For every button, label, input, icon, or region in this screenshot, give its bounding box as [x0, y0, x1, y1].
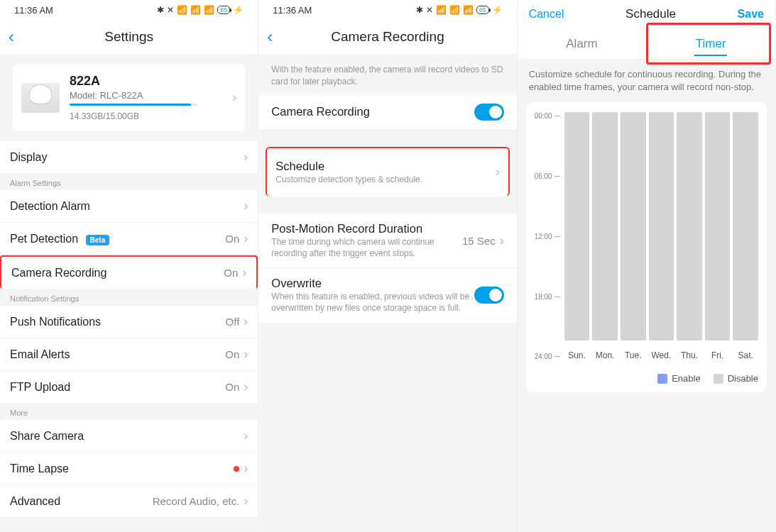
camera-recording-toggle-row[interactable]: Camera Recording — [258, 95, 516, 130]
section-label-alarm: Alarm Settings — [0, 173, 258, 190]
tab-alarm[interactable]: Alarm — [518, 28, 647, 59]
legend: Enable Disable — [535, 373, 758, 384]
chevron-right-icon: › — [242, 265, 246, 280]
status-bar: 11:36 AM ✱✕📶📶📶 85⚡ — [258, 0, 516, 20]
schedule-desc: Customize schedule for continuous record… — [518, 60, 775, 102]
toggle-on-icon[interactable] — [474, 104, 504, 121]
nav-header: ‹ Settings — [0, 20, 258, 54]
section-label-more: More — [0, 403, 258, 420]
toggle-on-icon[interactable] — [474, 287, 504, 304]
schedule-grid[interactable]: 00:00 06:00 12:00 18:00 24:00 Sun. — [526, 102, 767, 392]
back-button[interactable]: ‹ — [267, 27, 273, 47]
page-title: Schedule — [625, 7, 676, 21]
camera-model: Model: RLC-822A — [70, 90, 222, 101]
camera-name: 822A — [70, 74, 222, 89]
camera-recording-screen: 11:36 AM ✱✕📶📶📶 85⚡ ‹ Camera Recording Wi… — [258, 0, 517, 532]
overwrite-row[interactable]: Overwrite When this feature is enabled, … — [258, 268, 516, 323]
day-col-thu[interactable] — [677, 112, 702, 340]
legend-disable-swatch — [714, 374, 723, 384]
day-col-sun[interactable] — [564, 112, 590, 340]
page-title: Camera Recording — [331, 29, 444, 45]
status-time: 11:36 AM — [273, 5, 312, 16]
chevron-right-icon: › — [244, 347, 248, 362]
schedule-row[interactable]: Schedule Customize detection types & sch… — [266, 147, 509, 197]
chevron-right-icon: › — [244, 379, 248, 394]
day-col-wed[interactable] — [649, 112, 674, 340]
chevron-right-icon: › — [500, 233, 504, 248]
camera-recording-row[interactable]: Camera Recording On › — [0, 255, 258, 289]
share-row[interactable]: Share Camera › — [0, 420, 258, 453]
status-bar: 11:36 AM ✱✕📶📶📶 85⚡ — [0, 0, 258, 20]
status-icons: ✱✕📶📶📶 85⚡ — [157, 5, 244, 15]
storage-text: 14.33GB/15.00GB — [70, 111, 222, 121]
tab-timer[interactable]: Timer — [646, 28, 775, 59]
day-labels: Sun. Mon. Tue. Wed. Thu. Fri. Sat. — [564, 350, 758, 360]
chevron-right-icon: › — [244, 231, 248, 246]
save-button[interactable]: Save — [738, 8, 764, 21]
chevron-right-icon: › — [244, 199, 248, 214]
cancel-button[interactable]: Cancel — [529, 8, 564, 21]
page-title: Settings — [104, 29, 153, 45]
email-row[interactable]: Email Alerts On› — [0, 338, 258, 371]
day-col-sat[interactable] — [733, 112, 758, 340]
camera-thumb-icon — [21, 83, 60, 113]
post-motion-row[interactable]: Post-Motion Record Duration The time dur… — [258, 214, 516, 268]
chevron-right-icon: › — [232, 90, 236, 105]
section-label-notif: Notification Settings — [0, 289, 258, 306]
display-row[interactable]: Display › — [0, 141, 258, 173]
red-dot-icon — [234, 466, 239, 472]
camera-card[interactable]: 822A Model: RLC-822A 14.33GB/15.00GB › — [13, 64, 245, 131]
push-row[interactable]: Push Notifications Off› — [0, 306, 258, 338]
advanced-row[interactable]: Advanced Record Audio, etc.› — [0, 485, 258, 517]
chevron-right-icon: › — [496, 165, 500, 179]
chevron-right-icon: › — [244, 314, 248, 329]
pet-detection-row[interactable]: Pet Detection Beta On › — [0, 223, 258, 255]
schedule-tabs: Alarm Timer — [518, 28, 775, 60]
storage-bar — [70, 104, 191, 106]
detection-alarm-row[interactable]: Detection Alarm › — [0, 190, 258, 223]
schedule-screen: Cancel Schedule Save Alarm Timer Customi… — [518, 0, 776, 532]
legend-enable-swatch — [657, 374, 667, 384]
nav-header: ‹ Camera Recording — [258, 20, 516, 54]
time-axis: 00:00 06:00 12:00 18:00 24:00 — [535, 112, 560, 360]
back-button[interactable]: ‹ — [9, 27, 14, 47]
chevron-right-icon: › — [244, 461, 248, 476]
chevron-right-icon: › — [244, 494, 248, 509]
day-col-fri[interactable] — [705, 112, 731, 340]
chevron-right-icon: › — [244, 428, 248, 443]
timelapse-row[interactable]: Time Lapse › — [0, 453, 258, 485]
day-col-mon[interactable] — [592, 112, 618, 340]
status-icons: ✱✕📶📶📶 85⚡ — [416, 5, 503, 15]
chevron-right-icon: › — [244, 150, 248, 165]
status-time: 11:36 AM — [14, 5, 53, 16]
feature-desc: With the feature enabled, the camera wil… — [258, 54, 516, 95]
nav-header: Cancel Schedule Save — [518, 0, 775, 28]
ftp-row[interactable]: FTP Upload On› — [0, 371, 258, 403]
settings-screen: 11:36 AM ✱✕📶📶📶 85⚡ ‹ Settings 822A Model… — [0, 0, 258, 532]
beta-badge: Beta — [86, 235, 110, 245]
day-col-tue[interactable] — [621, 112, 646, 340]
